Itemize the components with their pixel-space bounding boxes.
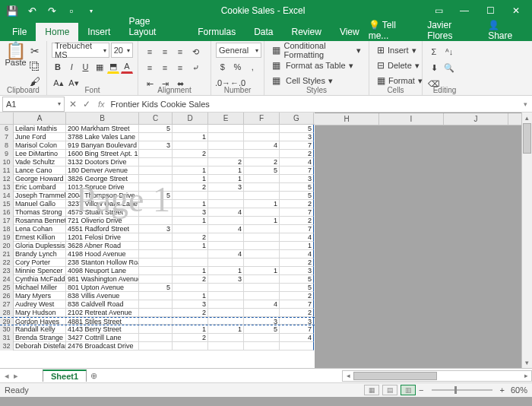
cell[interactable]: Brandy Lynch (14, 250, 66, 259)
cell[interactable]: Thomas Strong (14, 208, 66, 217)
cell[interactable] (173, 158, 208, 167)
cell[interactable]: 4881 Stiles Street (66, 318, 139, 325)
cell[interactable] (244, 225, 280, 233)
fill-icon[interactable]: ⬇ (427, 61, 441, 75)
cell[interactable] (244, 150, 280, 158)
cell[interactable]: 2 (173, 183, 208, 192)
italic-button[interactable]: I (65, 60, 78, 74)
align-right-icon[interactable]: ≡ (173, 61, 187, 75)
cell[interactable]: 2476 Broadcast Drive (66, 342, 139, 350)
column-header[interactable]: J (444, 113, 508, 125)
select-all-corner[interactable] (0, 113, 14, 124)
autosum-icon[interactable]: Σ (427, 45, 441, 59)
font-select[interactable]: Trebuchet MS▾ (52, 43, 109, 58)
align-left-icon[interactable]: ≡ (143, 61, 157, 75)
cell[interactable]: 2 (280, 309, 314, 317)
column-header[interactable]: E (208, 113, 244, 124)
table-row[interactable]: 27Audrey West838 Caldvell Road347 (0, 300, 315, 309)
cell[interactable] (244, 183, 280, 192)
cell[interactable]: 4 (244, 300, 280, 309)
cell[interactable]: 200 Markham Street (66, 125, 139, 133)
cell[interactable]: 1 (244, 267, 280, 275)
cell[interactable]: 3 (173, 208, 208, 217)
cell[interactable] (208, 141, 244, 150)
row-header[interactable]: 25 (0, 284, 14, 292)
table-row[interactable]: 6Leilani Mathis200 Markham Street55 (0, 125, 315, 133)
cell[interactable]: Brenda Strange (14, 334, 66, 342)
copy-icon[interactable]: ⿻ (28, 59, 42, 73)
cell[interactable]: 3 (280, 318, 314, 325)
row-header[interactable]: 18 (0, 225, 14, 233)
cell[interactable] (173, 125, 208, 133)
border-button[interactable]: ▦ (93, 60, 106, 74)
cell[interactable]: George Howard (14, 175, 66, 183)
cell[interactable]: Manuel Gallo (14, 200, 66, 208)
table-row[interactable]: 9Lee DiMartino1600 Bing Street Apt. 122 (0, 150, 315, 158)
cell[interactable]: 1 (173, 175, 208, 183)
tab-file[interactable]: File (3, 23, 36, 41)
page-break-view-button[interactable]: ▥ (401, 385, 416, 395)
expand-formula-icon[interactable]: ▾ (519, 100, 532, 108)
cell[interactable]: 3 (208, 183, 244, 192)
cell[interactable]: 2 (280, 292, 314, 300)
cell[interactable] (244, 284, 280, 292)
cell[interactable]: Vade Schultz (14, 158, 66, 167)
cell[interactable] (208, 150, 244, 158)
cell[interactable]: 1 (173, 292, 208, 300)
cell[interactable]: 3237 Villow Oaks Lane (66, 200, 139, 208)
align-center-icon[interactable]: ≡ (158, 61, 172, 75)
cell[interactable]: 721 Oliverio Drive (66, 217, 139, 225)
row-header[interactable]: 22 (0, 259, 14, 267)
cell[interactable]: 1 (208, 167, 244, 175)
cell[interactable]: 2 (280, 200, 314, 208)
save-icon[interactable]: 💾 (3, 2, 21, 20)
scroll-thumb[interactable] (523, 123, 531, 154)
scroll-up-icon[interactable]: ▴ (522, 113, 532, 123)
cell[interactable] (208, 192, 244, 200)
cell[interactable] (208, 318, 244, 325)
cell[interactable]: 981 Washington Avenue (66, 275, 139, 284)
cell[interactable]: Joseph Trammell (14, 192, 66, 200)
zoom-in-button[interactable]: + (500, 385, 505, 395)
maximize-icon[interactable]: ☐ (477, 0, 503, 21)
cell[interactable]: 2 (280, 150, 314, 158)
cell[interactable]: 5 (244, 167, 280, 175)
row-header[interactable]: 13 (0, 183, 14, 192)
row-header[interactable]: 32 (0, 342, 14, 350)
cell[interactable] (244, 125, 280, 133)
cell[interactable]: Lance Cano (14, 167, 66, 175)
row-header[interactable]: 31 (0, 334, 14, 342)
zoom-level[interactable]: 60% (511, 385, 527, 395)
row-header[interactable]: 28 (0, 309, 14, 317)
vertical-scrollbar[interactable]: ▴ ▾ (521, 113, 532, 368)
cell[interactable] (208, 334, 244, 342)
underline-button[interactable]: U (79, 60, 91, 74)
cell[interactable]: Ernest Killion (14, 233, 66, 242)
cell[interactable]: 238 Stanton Hollow Road (66, 259, 139, 267)
row-header[interactable]: 8 (0, 141, 14, 150)
ribbon-options-icon[interactable]: ▭ (426, 0, 451, 21)
column-header[interactable]: C (139, 113, 173, 124)
cell[interactable] (139, 334, 173, 342)
row-header[interactable]: 24 (0, 275, 14, 284)
qat-customize-icon[interactable]: ▾ (82, 2, 100, 20)
comma-icon[interactable]: , (245, 60, 259, 74)
bold-button[interactable]: B (52, 60, 64, 74)
row-header[interactable]: 9 (0, 150, 14, 158)
cell[interactable]: 7 (280, 167, 314, 175)
cell[interactable] (244, 259, 280, 267)
sort-filter-icon[interactable]: ᴬ↓ (442, 45, 456, 59)
user-name[interactable]: Javier Flores (427, 20, 479, 41)
cell[interactable] (139, 150, 173, 158)
row-header[interactable]: 10 (0, 158, 14, 167)
table-row[interactable]: 19Ernest Killion1201 Felosi Drive24 (0, 233, 315, 242)
cell[interactable]: 3826 George Street (66, 175, 139, 183)
zoom-out-button[interactable]: − (419, 385, 423, 395)
cell[interactable]: Rosanna Bennett (14, 217, 66, 225)
cell[interactable] (244, 342, 280, 350)
row-header[interactable]: 23 (0, 267, 14, 275)
cell[interactable]: Leilani Mathis (14, 125, 66, 133)
column-header[interactable]: H (315, 113, 379, 125)
table-row[interactable]: 14Joseph Trammell2004 Thompson Drive55 (0, 192, 315, 200)
cell[interactable]: 3 (280, 267, 314, 275)
